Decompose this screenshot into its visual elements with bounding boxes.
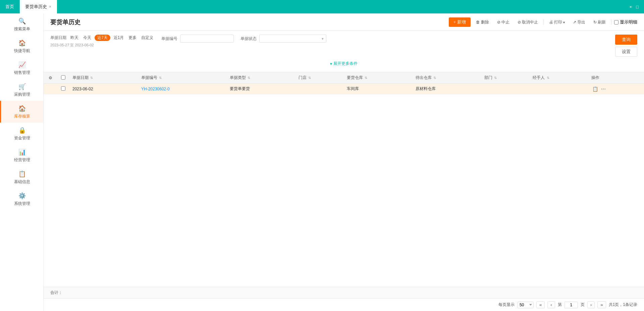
export-button[interactable]: ↗ 导出 bbox=[570, 18, 588, 27]
stop-icon: ⊘ bbox=[497, 20, 500, 25]
sidebar-item-system-mgmt-label: 系统管理 bbox=[14, 201, 30, 207]
sort-doctype-icon[interactable]: ⇅ bbox=[248, 76, 250, 80]
stop-button[interactable]: ⊘ 中止 bbox=[494, 18, 512, 27]
sidebar-item-purchase-mgmt[interactable]: 🛒 采购管理 bbox=[0, 79, 43, 101]
sales-mgmt-icon: 📈 bbox=[18, 61, 26, 69]
settings-button[interactable]: 设置 bbox=[615, 47, 637, 57]
sidebar-item-inventory[interactable]: 🏠 库存核算 bbox=[0, 101, 43, 123]
shortcut-more[interactable]: 更多 bbox=[127, 35, 138, 41]
th-docno-label: 单据编号 bbox=[141, 75, 157, 80]
first-page-button[interactable]: « bbox=[536, 301, 545, 308]
tab-home-label: 首页 bbox=[5, 4, 14, 10]
tab-requisition-history[interactable]: 要货单历史 × bbox=[20, 0, 57, 13]
op-edit-button[interactable]: 📋 bbox=[591, 86, 599, 92]
sidebar-item-basic-info[interactable]: 📋 基础信息 bbox=[0, 166, 43, 188]
docno-field: 单据编号 bbox=[161, 35, 234, 43]
shortcut-today[interactable]: 今天 bbox=[82, 35, 93, 41]
sort-store-icon[interactable]: ⇅ bbox=[308, 76, 311, 80]
sidebar-item-quick-nav[interactable]: 🏠 快捷导航 bbox=[0, 35, 43, 57]
tab-home[interactable]: 首页 bbox=[0, 0, 20, 13]
page-header: 要货单历史 + 新增 🗑 删除 ⊘ 中止 ⊘ 取消中止 bbox=[44, 13, 644, 31]
window-maximize-icon[interactable]: □ bbox=[636, 4, 639, 9]
delete-button[interactable]: 🗑 删除 bbox=[473, 18, 492, 27]
shortcut-yesterday[interactable]: 昨天 bbox=[69, 35, 80, 41]
stop-label: 中止 bbox=[501, 19, 509, 25]
page-title: 要货单历史 bbox=[50, 18, 80, 26]
th-doctype-label: 单据类型 bbox=[230, 75, 246, 80]
row-checkbox[interactable] bbox=[61, 86, 65, 91]
table-container: ⚙ 单据日期 ⇅ 单据编号 ⇅ 单据类型 bbox=[44, 72, 644, 287]
close-tab-icon[interactable]: × bbox=[49, 4, 51, 9]
docno-field-inline: 单据编号 bbox=[161, 35, 234, 43]
main-layout: 🔍 搜索菜单 🏠 快捷导航 📈 销售管理 🛒 采购管理 🏠 库存核算 🔒 资金管… bbox=[0, 13, 644, 311]
toolbar-divider-1 bbox=[543, 19, 544, 25]
sidebar-item-search-menu-label: 搜索菜单 bbox=[14, 26, 30, 32]
td-req-warehouse: 车间库 bbox=[343, 84, 412, 94]
td-operation: 📋 ⋯ bbox=[588, 84, 644, 94]
th-settings[interactable]: ⚙ bbox=[44, 72, 57, 84]
cancel-stop-button[interactable]: ⊘ 取消中止 bbox=[515, 18, 541, 27]
date-range-text: 2023-05-27 至 2023-06-02 bbox=[50, 43, 94, 47]
docno-input[interactable] bbox=[180, 35, 234, 43]
search-row: 单据日期 昨天 今天 近7天 近1月 更多 自定义 2023-05-27 至 2… bbox=[50, 35, 637, 57]
expand-more-button[interactable]: ▾ 展开更多条件 bbox=[330, 59, 358, 68]
select-all-checkbox[interactable] bbox=[61, 75, 65, 80]
sort-department-icon[interactable]: ⇅ bbox=[494, 76, 497, 80]
sidebar-item-search-menu[interactable]: 🔍 搜索菜单 bbox=[0, 13, 43, 35]
row-docno-link[interactable]: YH-20230602-0 bbox=[141, 87, 170, 91]
per-page-label: 每页显示 bbox=[498, 302, 515, 308]
sort-docno-icon[interactable]: ⇅ bbox=[159, 76, 162, 80]
shortcut-7days[interactable]: 近7天 bbox=[95, 35, 110, 41]
status-field-inline: 单据状态 ▾ bbox=[240, 35, 326, 43]
shortcut-custom[interactable]: 自定义 bbox=[140, 35, 155, 41]
top-bar-right: × □ bbox=[630, 4, 644, 9]
total-label: 共1页，1条记录 bbox=[609, 302, 637, 308]
status-input[interactable] bbox=[259, 35, 326, 43]
next-page-button[interactable]: › bbox=[587, 301, 595, 308]
window-close-icon[interactable]: × bbox=[630, 4, 632, 9]
delete-icon: 🗑 bbox=[476, 20, 480, 25]
tab-list: 首页 要货单历史 × bbox=[0, 0, 57, 13]
print-button[interactable]: 🖨 打印 ▾ bbox=[546, 18, 568, 27]
show-detail-checkbox[interactable] bbox=[614, 20, 619, 25]
row-date: 2023-06-02 bbox=[72, 87, 93, 91]
show-detail-toggle[interactable]: 显示明细 bbox=[614, 19, 637, 25]
th-handler: 经手人 ⇅ bbox=[529, 72, 588, 84]
refresh-button[interactable]: ↻ 刷新 bbox=[591, 18, 608, 27]
content-area: 要货单历史 + 新增 🗑 删除 ⊘ 中止 ⊘ 取消中止 bbox=[44, 13, 644, 311]
page-input[interactable] bbox=[565, 302, 578, 308]
cancel-stop-icon: ⊘ bbox=[518, 20, 521, 25]
sort-pending-warehouse-icon[interactable]: ⇅ bbox=[433, 76, 436, 80]
th-handler-label: 经手人 bbox=[533, 75, 545, 80]
inventory-icon: 🏠 bbox=[18, 105, 26, 112]
new-button[interactable]: + 新增 bbox=[449, 17, 471, 27]
page-title-row: 要货单历史 + 新增 🗑 删除 ⊘ 中止 ⊘ 取消中止 bbox=[50, 17, 637, 27]
per-page-select[interactable]: 50 100 200 bbox=[517, 302, 534, 308]
sidebar-item-operations-mgmt[interactable]: 📊 经营管理 bbox=[0, 144, 43, 166]
query-button[interactable]: 查询 bbox=[615, 35, 637, 45]
top-bar: 首页 要货单历史 × × □ bbox=[0, 0, 644, 13]
summary-row: 合计： bbox=[44, 287, 644, 298]
th-date-label: 单据日期 bbox=[72, 75, 89, 80]
shortcut-1month[interactable]: 近1月 bbox=[112, 35, 125, 41]
td-pending-warehouse: 原材料仓库 bbox=[412, 84, 481, 94]
sort-date-icon[interactable]: ⇅ bbox=[90, 76, 93, 80]
th-department: 部门 ⇅ bbox=[481, 72, 529, 84]
sidebar-item-sales-mgmt-label: 销售管理 bbox=[14, 70, 30, 76]
sort-req-warehouse-icon[interactable]: ⇅ bbox=[365, 76, 367, 80]
page-unit-label: 页 bbox=[581, 302, 585, 308]
docno-label: 单据编号 bbox=[161, 36, 177, 42]
th-req-warehouse: 要货仓库 ⇅ bbox=[343, 72, 412, 84]
show-detail-label: 显示明细 bbox=[620, 19, 637, 25]
sort-handler-icon[interactable]: ⇅ bbox=[547, 76, 549, 80]
sidebar-item-system-mgmt[interactable]: ⚙️ 系统管理 bbox=[0, 188, 43, 210]
sidebar-item-sales-mgmt[interactable]: 📈 销售管理 bbox=[0, 57, 43, 79]
prev-page-button[interactable]: ‹ bbox=[547, 301, 555, 308]
pagination-row: 每页显示 50 100 200 « ‹ 第 页 › » 共1页，1条记录 bbox=[44, 298, 644, 311]
th-doctype: 单据类型 ⇅ bbox=[226, 72, 295, 84]
last-page-button[interactable]: » bbox=[597, 301, 606, 308]
td-handler bbox=[529, 84, 588, 94]
search-area: 单据日期 昨天 今天 近7天 近1月 更多 自定义 2023-05-27 至 2… bbox=[44, 31, 644, 72]
op-more-button[interactable]: ⋯ bbox=[600, 86, 607, 92]
sidebar-item-finance-mgmt[interactable]: 🔒 资金管理 bbox=[0, 123, 43, 144]
